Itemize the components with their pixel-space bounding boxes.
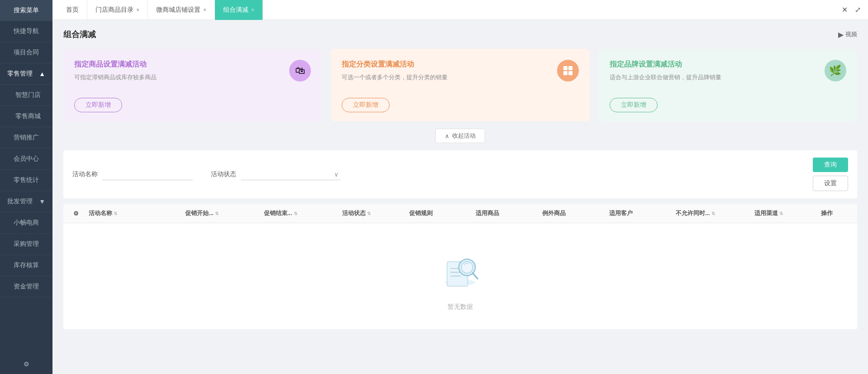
sidebar-item-retail-mgmt-label: 零售管理 <box>7 70 33 78</box>
sidebar: 搜索菜单 快捷导航 项目合同 零售管理 ▲ 智慧门店 零售商城 营销推广 会员中… <box>0 0 52 374</box>
sidebar-item-retail-mgmt[interactable]: 零售管理 ▲ <box>0 63 52 85</box>
tab-home-label: 首页 <box>66 6 79 14</box>
th-except-label: 例外商品 <box>542 209 566 217</box>
th-goods-label: 适用商品 <box>476 209 499 217</box>
page-content: 组合满减 ▶ 视频 🛍 指定商品设置满减活动 可指定滞销商品或库存较多商品 立即… <box>52 20 868 374</box>
th-channel-sort-icon: ⇅ <box>779 211 783 216</box>
th-rule: 促销规则 <box>405 209 472 217</box>
gear-settings-icon: ⚙ <box>73 210 79 217</box>
filter-row: 活动名称 活动状态 ∨ 查询 设置 <box>63 150 857 198</box>
filter-name-item: 活动名称 <box>72 169 193 180</box>
tab-wechat-shop-label: 微商城店铺设置 <box>156 6 200 14</box>
window-maximize-btn[interactable]: ⤢ <box>853 4 863 16</box>
sidebar-item-quick-nav[interactable]: 快捷导航 <box>0 21 52 42</box>
filter-name-label: 活动名称 <box>72 170 98 178</box>
filter-name-input[interactable] <box>102 169 193 180</box>
video-label: 视频 <box>845 30 857 38</box>
th-channel[interactable]: 适用渠道 ⇅ <box>751 209 817 217</box>
th-status[interactable]: 活动状态 ⇅ <box>339 209 405 217</box>
th-action: 操作 <box>817 209 854 217</box>
collapse-bar: ∧ 收起活动 <box>63 129 857 143</box>
tab-wechat-shop-close[interactable]: × <box>203 7 206 13</box>
tabbar-actions: ✕ ⤢ <box>840 4 863 16</box>
window-close-btn[interactable]: ✕ <box>840 4 849 16</box>
filter-status-label: 活动状态 <box>211 170 236 178</box>
sidebar-item-member-center[interactable]: 会员中心 <box>0 149 52 170</box>
tab-store-catalog-close[interactable]: × <box>136 7 139 13</box>
th-customer: 适用客户 <box>606 209 672 217</box>
svg-rect-1 <box>568 66 572 70</box>
product-card-add-btn[interactable]: 立即新增 <box>74 98 122 112</box>
tab-combo-discount-label: 组合满减 <box>223 6 248 14</box>
th-nodup[interactable]: 不允许同时... ⇅ <box>672 209 751 217</box>
tab-store-catalog[interactable]: 门店商品目录 × <box>87 0 148 20</box>
filter-status-item: 活动状态 ∨ <box>211 169 340 180</box>
filter-status-input[interactable] <box>241 169 340 180</box>
th-gear[interactable]: ⚙ <box>67 210 85 217</box>
sidebar-item-retail-mall[interactable]: 零售商城 <box>0 106 52 127</box>
tab-combo-discount[interactable]: 组合满减 × <box>215 0 263 20</box>
brand-card: 🌿 指定品牌设置满减活动 适合与上游企业联合做营销，提升品牌销量 立即新增 <box>599 49 857 121</box>
th-start-sort-icon: ⇅ <box>215 211 219 216</box>
product-card-title: 指定商品设置满减活动 <box>74 60 311 69</box>
category-card-add-btn[interactable]: 立即新增 <box>342 98 390 112</box>
sidebar-item-smart-store[interactable]: 智慧门店 <box>0 85 52 106</box>
collapse-btn[interactable]: ∧ 收起活动 <box>435 129 485 143</box>
main-area: 首页 门店商品目录 × 微商城店铺设置 × 组合满减 × ✕ ⤢ 组合满减 ▶ … <box>52 0 868 374</box>
svg-line-12 <box>473 273 478 279</box>
page-header: 组合满减 ▶ 视频 <box>63 29 857 40</box>
chevron-up-icon: ▲ <box>39 70 45 77</box>
brand-card-icon: 🌿 <box>825 60 846 82</box>
category-card-desc: 可选一个或者多个分类，提升分类的销量 <box>342 73 578 82</box>
th-name[interactable]: 活动名称 ⇅ <box>85 209 181 217</box>
tab-wechat-shop[interactable]: 微商城店铺设置 × <box>148 0 215 20</box>
sidebar-item-wholesale-mgmt[interactable]: 批发管理 ▼ <box>0 191 52 212</box>
sidebar-item-xiaochangec[interactable]: 小畅电商 <box>0 212 52 234</box>
sidebar-item-marketing[interactable]: 营销推广 <box>0 127 52 149</box>
brand-card-desc: 适合与上游企业联合做营销，提升品牌销量 <box>610 73 846 82</box>
svg-rect-2 <box>563 71 568 75</box>
product-card-desc: 可指定滞销商品或库存较多商品 <box>74 73 311 82</box>
page-title: 组合满减 <box>63 29 96 40</box>
category-card-icon <box>557 60 579 82</box>
empty-state: 暂无数据 <box>63 223 857 329</box>
brand-card-add-btn[interactable]: 立即新增 <box>610 98 658 112</box>
sidebar-item-purchase-mgmt[interactable]: 采购管理 <box>0 234 52 255</box>
tab-home[interactable]: 首页 <box>58 0 87 20</box>
sidebar-search[interactable]: 搜索菜单 <box>0 0 52 21</box>
setting-btn[interactable]: 设置 <box>813 176 848 191</box>
th-channel-label: 适用渠道 <box>754 209 778 217</box>
category-card-title: 指定分类设置满减活动 <box>342 60 578 69</box>
table-wrap: ⚙ 活动名称 ⇅ 促销开始... ⇅ 促销结束... ⇅ 活动状态 ⇅ <box>63 204 857 329</box>
th-start[interactable]: 促销开始... ⇅ <box>181 209 260 217</box>
th-status-label: 活动状态 <box>342 209 366 217</box>
tab-combo-discount-close[interactable]: × <box>251 7 254 13</box>
th-customer-label: 适用客户 <box>609 209 633 217</box>
chevron-up-icon: ∧ <box>445 133 449 139</box>
product-card: 🛍 指定商品设置满减活动 可指定滞销商品或库存较多商品 立即新增 <box>63 49 322 121</box>
svg-rect-0 <box>563 66 568 70</box>
empty-illustration <box>433 250 487 296</box>
empty-text: 暂无数据 <box>448 303 473 311</box>
brand-card-title: 指定品牌设置满减活动 <box>610 60 846 69</box>
cards-row: 🛍 指定商品设置满减活动 可指定滞销商品或库存较多商品 立即新增 <box>63 49 857 121</box>
sidebar-item-wholesale-label: 批发管理 <box>7 197 33 206</box>
query-btn[interactable]: 查询 <box>813 158 848 172</box>
th-name-label: 活动名称 <box>89 209 112 217</box>
sidebar-settings[interactable]: ⚙ <box>0 354 52 374</box>
video-link[interactable]: ▶ 视频 <box>838 30 857 39</box>
th-end-sort-icon: ⇅ <box>294 211 297 216</box>
tabbar: 首页 门店商品目录 × 微商城店铺设置 × 组合满减 × ✕ ⤢ <box>52 0 868 20</box>
sidebar-item-inventory[interactable]: 库存核算 <box>0 255 52 276</box>
svg-rect-3 <box>568 71 572 75</box>
sidebar-item-project-contract[interactable]: 项目合同 <box>0 42 52 63</box>
filter-status-select-wrap: ∨ <box>241 169 340 180</box>
filter-actions: 查询 设置 <box>813 158 848 191</box>
chevron-down-icon: ▼ <box>39 198 45 205</box>
table-header: ⚙ 活动名称 ⇅ 促销开始... ⇅ 促销结束... ⇅ 活动状态 ⇅ <box>63 204 857 223</box>
th-start-label: 促销开始... <box>185 209 214 217</box>
tab-store-catalog-label: 门店商品目录 <box>95 6 134 14</box>
sidebar-item-fund-mgmt[interactable]: 资金管理 <box>0 276 52 297</box>
sidebar-item-retail-stats[interactable]: 零售统计 <box>0 170 52 191</box>
th-end[interactable]: 促销结束... ⇅ <box>260 209 339 217</box>
